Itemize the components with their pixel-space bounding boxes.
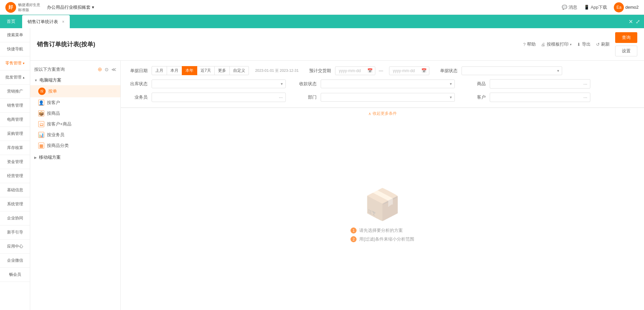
single-date-label: 单据日期	[127, 68, 148, 74]
salesperson-label: 业务员	[127, 94, 148, 100]
scheme-item-by-salesperson[interactable]: 📊 按业务员	[30, 130, 120, 140]
tab-close-button[interactable]: ×	[62, 19, 64, 24]
topbar-right: 💬 消息 📱 App下载 Ea demo2	[562, 2, 639, 12]
refresh-button[interactable]: ↺ 刷新	[596, 41, 610, 47]
collapse-panel-icon[interactable]: ≪	[111, 67, 116, 72]
empty-tip-1: 1 请先选择要分析的方案	[351, 227, 414, 234]
date-btn-last-month[interactable]: 上月	[152, 66, 167, 75]
filter-row-status: 出库状态 ▾ 收款状态 ▾ 商品	[127, 79, 637, 89]
help-button[interactable]: ? 帮助	[523, 41, 536, 47]
app-download-button[interactable]: 📱 App下载	[584, 4, 607, 10]
filter-row-date: 单据日期 上月 本月 本年 近7天 更多 自定义 2023-01-01 至 20…	[127, 66, 637, 75]
date-btn-this-month[interactable]: 本月	[167, 66, 182, 75]
export-icon: ⬇	[577, 42, 581, 47]
date-btn-last-7days[interactable]: 近7天	[197, 66, 215, 75]
template-print-button[interactable]: 🖨 按模板打印 ▾	[541, 41, 572, 47]
main-content: 按以下方案查询 ⊕ ⊙ ≪ ▼ 电脑端方案 按 按单	[30, 61, 644, 310]
topbar: 好 畅捷通好生意 标准版 办公用品行业模拟账套 ▾ 💬 消息 📱 App下载 E…	[0, 0, 644, 15]
scheme-panel-icons: ⊕ ⊙ ≪	[98, 66, 116, 72]
scheme-item-by-customer[interactable]: 👤 按客户	[30, 97, 120, 108]
chevron-down-icon: ▾	[570, 43, 572, 46]
sidebar-item-operations[interactable]: 经营管理	[0, 169, 30, 183]
grid-icon: ▦	[38, 143, 44, 149]
sidebar-item-quick-nav[interactable]: 快捷导航	[0, 42, 30, 56]
scheme-item-by-order[interactable]: 按 按单	[30, 85, 120, 97]
salesperson-more-icon[interactable]: ···	[279, 95, 283, 100]
scheme-panel: 按以下方案查询 ⊕ ⊙ ≪ ▼ 电脑端方案 按 按单	[30, 61, 121, 310]
empty-tips: 1 请先选择要分析的方案 2 用[过滤]条件来缩小分析范围	[351, 227, 414, 242]
filter-row-person: 业务员 ··· 部门 ▾ 客户	[127, 93, 637, 102]
sidebar-item-ecommerce[interactable]: 电商管理	[0, 113, 30, 127]
person-icon: 👤	[38, 100, 44, 106]
print-icon: 🖨	[541, 42, 545, 47]
export-button[interactable]: ⬇ 导出	[577, 41, 591, 47]
sidebar-item-finance[interactable]: 资金管理	[0, 155, 30, 169]
chevron-down-icon: ▾	[92, 5, 94, 10]
sidebar-item-wholesale[interactable]: 批发管理 ▴	[0, 70, 30, 85]
chevron-down-icon: ▾	[281, 82, 283, 86]
date-btn-more[interactable]: 更多	[214, 66, 230, 75]
sidebar-item-marketing[interactable]: 营销推广	[0, 85, 30, 99]
chevron-down-icon: ▾	[23, 61, 24, 65]
setting-button[interactable]: 设置	[615, 46, 637, 56]
sidebar-item-member[interactable]: 畅会员	[0, 268, 30, 282]
tip-num-2: 2	[351, 236, 357, 242]
collapse-bar[interactable]: ∧ 收起更多条件	[121, 108, 644, 119]
refresh-icon: ↺	[596, 42, 600, 47]
sidebar-item-search[interactable]: 搜索菜单	[0, 28, 30, 42]
sidebar-item-enterprise-collab[interactable]: 企业协同	[0, 211, 30, 225]
customer-label: 客户	[466, 94, 486, 100]
message-icon: 💬	[562, 5, 567, 10]
tab-home[interactable]: 首页	[0, 15, 22, 28]
avatar-image: Ea	[614, 2, 624, 12]
date-btn-this-year[interactable]: 本年	[182, 66, 197, 75]
desktop-scheme-section: ▼ 电脑端方案 按 按单 👤 按客户 📦 按商品	[30, 75, 120, 151]
mobile-scheme-section: ▶ 移动端方案	[30, 152, 120, 162]
scheme-item-by-goods[interactable]: 📦 按商品	[30, 108, 120, 119]
tab-sales-order-stats[interactable]: 销售订单统计表 ×	[22, 15, 70, 29]
empty-tip-2: 2 用[过滤]条件来缩小分析范围	[351, 236, 414, 242]
tabbar-right: ✕ ⤢	[629, 18, 644, 25]
settings-scheme-icon[interactable]: ⊙	[105, 67, 109, 72]
single-status-label: 单据状态	[437, 68, 458, 74]
date-btn-custom[interactable]: 自定义	[229, 66, 249, 75]
sidebar-item-new-user[interactable]: 新手引导	[0, 225, 30, 240]
sidebar-item-system[interactable]: 系统管理	[0, 197, 30, 211]
desktop-scheme-header[interactable]: ▼ 电脑端方案	[30, 75, 120, 85]
date-button-group: 上月 本月 本年 近7天 更多 自定义	[152, 66, 249, 75]
person-box-icon: 🗂	[38, 121, 44, 127]
sidebar-item-purchase[interactable]: 采购管理	[0, 127, 30, 141]
date-range-display: 2023-01-01 至 2023-12-31	[255, 68, 299, 73]
tab-maximize-icon[interactable]: ⤢	[636, 18, 640, 25]
chart-icon: 📊	[38, 132, 44, 138]
single-status-select[interactable]: ▾	[462, 66, 562, 75]
arrow-down-icon: ▼	[34, 79, 38, 82]
search-button[interactable]: 查询	[615, 32, 637, 43]
filter-section: 单据日期 上月 本月 本年 近7天 更多 自定义 2023-01-01 至 20…	[121, 61, 644, 310]
tip-num-1: 1	[351, 227, 357, 234]
scheme-item-by-customer-goods[interactable]: 🗂 按客户+商品	[30, 119, 120, 130]
user-avatar[interactable]: Ea demo2	[614, 2, 639, 12]
sidebar-item-inventory[interactable]: 库存核算	[0, 141, 30, 155]
sidebar-item-sales[interactable]: 销售管理	[0, 99, 30, 113]
chevron-down-icon: ▾	[450, 95, 452, 100]
goods-more-icon[interactable]: ···	[583, 81, 587, 87]
ship-status-select[interactable]: ▾	[152, 80, 286, 88]
logo-area: 好 畅捷通好生意 标准版	[5, 2, 40, 13]
workspace-selector[interactable]: 办公用品行业模拟账套 ▾	[47, 4, 94, 10]
mobile-scheme-header[interactable]: ▶ 移动端方案	[30, 152, 120, 162]
receipt-status-select[interactable]: ▾	[321, 80, 455, 88]
scheme-item-by-goods-category[interactable]: ▦ 按商品分类	[30, 140, 120, 151]
sidebar-item-retail[interactable]: 零售管理 ▾	[0, 56, 30, 70]
empty-state: 📦 1 请先选择要分析的方案 2 用[过滤]条件来缩小分析范围	[121, 119, 644, 310]
sidebar-item-enterprise-wechat[interactable]: 企业微信	[0, 254, 30, 268]
tab-close-window-icon[interactable]: ✕	[629, 18, 633, 25]
dept-select[interactable]: ▾	[321, 93, 455, 102]
sidebar-item-app-center[interactable]: 应用中心	[0, 240, 30, 254]
content-area: 销售订单统计表(按单) ? 帮助 🖨 按模板打印 ▾ ⬇ 导出 ↺ 刷新	[30, 28, 644, 310]
add-scheme-icon[interactable]: ⊕	[98, 66, 102, 72]
customer-more-icon[interactable]: ···	[583, 95, 587, 100]
topbar-left: 好 畅捷通好生意 标准版 办公用品行业模拟账套 ▾	[5, 2, 94, 13]
sidebar-item-basics[interactable]: 基础信息	[0, 183, 30, 197]
message-button[interactable]: 💬 消息	[562, 4, 577, 10]
